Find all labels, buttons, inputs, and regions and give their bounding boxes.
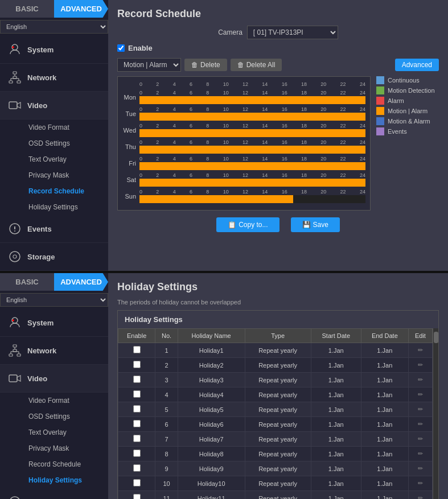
holiday-table: Enable No. Holiday Name Type Start Date … bbox=[118, 328, 433, 499]
holiday-enable-cell bbox=[118, 343, 155, 358]
sidebar-item-video-2[interactable]: Video bbox=[0, 365, 108, 393]
sidebar-sub-privacy-1[interactable]: Privacy Mask bbox=[0, 167, 108, 183]
holiday-name: Holiday6 bbox=[178, 417, 245, 432]
sidebar-item-storage-1[interactable]: Storage bbox=[0, 243, 108, 271]
schedule-row-wed: Wed 024681012141618202224 bbox=[122, 123, 365, 137]
save-button-1[interactable]: 💾 Save bbox=[291, 217, 340, 232]
holiday-enable-checkbox[interactable] bbox=[133, 390, 141, 398]
holiday-enable-checkbox[interactable] bbox=[133, 479, 141, 486]
svg-point-16 bbox=[10, 251, 20, 262]
holiday-end: 1.Jan bbox=[361, 387, 408, 402]
sidebar-sub-text-overlay-2[interactable]: Text Overlay bbox=[0, 424, 108, 440]
holiday-start: 1.Jan bbox=[311, 447, 361, 461]
holiday-edit-cell[interactable]: ✏ bbox=[408, 491, 432, 500]
advanced-button[interactable]: Advanced bbox=[395, 59, 439, 71]
time-bar-fri[interactable] bbox=[139, 162, 365, 170]
main-content-2: Holiday Settings The periods of holiday … bbox=[108, 273, 448, 499]
sidebar-item-system-1[interactable]: System bbox=[0, 36, 108, 64]
events-icon-2 bbox=[7, 494, 23, 499]
tab-basic-1[interactable]: BASIC bbox=[0, 0, 54, 18]
holiday-end: 1.Jan bbox=[361, 402, 408, 417]
sidebar-sub-osd-1[interactable]: OSD Settings bbox=[0, 135, 108, 151]
holiday-name: Holiday2 bbox=[178, 358, 245, 373]
sidebar-sub-video-format-2[interactable]: Video Format bbox=[0, 393, 108, 409]
holiday-enable-checkbox[interactable] bbox=[133, 376, 141, 383]
holiday-end: 1.Jan bbox=[361, 461, 408, 476]
holiday-edit-cell[interactable]: ✏ bbox=[408, 432, 432, 447]
sidebar-sub-video-format-1[interactable]: Video Format bbox=[0, 119, 108, 135]
holiday-edit-cell[interactable]: ✏ bbox=[408, 447, 432, 461]
language-select-1[interactable]: English bbox=[0, 20, 108, 34]
holiday-enable-checkbox[interactable] bbox=[133, 346, 141, 353]
holiday-edit-cell[interactable]: ✏ bbox=[408, 461, 432, 476]
holiday-name: Holiday10 bbox=[178, 476, 245, 491]
holiday-end: 1.Jan bbox=[361, 491, 408, 500]
holiday-edit-cell[interactable]: ✏ bbox=[408, 387, 432, 402]
schedule-row-mon: Mon 024681012141618202224 bbox=[122, 90, 365, 104]
sidebar-1: BASIC ADVANCED English System bbox=[0, 0, 108, 271]
schedule-row-fri: Fri 024681012141618202224 bbox=[122, 156, 365, 170]
holiday-edit-cell[interactable]: ✏ bbox=[408, 373, 432, 387]
delete-all-icon: 🗑 bbox=[237, 61, 244, 69]
holiday-no: 8 bbox=[155, 447, 178, 461]
tab-advanced-2[interactable]: ADVANCED bbox=[54, 273, 108, 291]
sidebar-sub-osd-2[interactable]: OSD Settings bbox=[0, 409, 108, 424]
time-bar-tue[interactable] bbox=[139, 113, 365, 121]
storage-icon-1 bbox=[7, 249, 23, 265]
holiday-enable-checkbox[interactable] bbox=[133, 435, 141, 442]
enable-checkbox[interactable] bbox=[117, 44, 125, 52]
holiday-edit-cell[interactable]: ✏ bbox=[408, 476, 432, 491]
sidebar-item-network-1[interactable]: Network bbox=[0, 64, 108, 92]
delete-all-button[interactable]: 🗑 Delete All bbox=[231, 59, 282, 71]
holiday-enable-checkbox[interactable] bbox=[133, 420, 141, 427]
language-select-2[interactable]: English bbox=[0, 293, 108, 307]
sidebar-item-network-2[interactable]: Network bbox=[0, 337, 108, 365]
holiday-enable-checkbox[interactable] bbox=[133, 494, 141, 499]
sidebar-sub-holiday-1[interactable]: Holiday Settings bbox=[0, 199, 108, 215]
delete-button[interactable]: 🗑 Delete bbox=[184, 59, 227, 71]
holiday-enable-checkbox[interactable] bbox=[133, 449, 141, 457]
holiday-enable-checkbox[interactable] bbox=[133, 405, 141, 413]
time-bar-thu[interactable] bbox=[139, 146, 365, 154]
sidebar-sub-record-schedule-1[interactable]: Record Schedule bbox=[0, 183, 108, 199]
holiday-table-scroll[interactable]: Enable No. Holiday Name Type Start Date … bbox=[118, 328, 433, 499]
tab-advanced-1[interactable]: ADVANCED bbox=[54, 0, 108, 18]
holiday-enable-checkbox[interactable] bbox=[133, 361, 141, 368]
sidebar-item-system-2[interactable]: System bbox=[0, 309, 108, 337]
holiday-edit-cell[interactable]: ✏ bbox=[408, 343, 432, 358]
sidebar-sub-privacy-2[interactable]: Privacy Mask bbox=[0, 440, 108, 456]
time-bar-wed[interactable] bbox=[139, 129, 365, 137]
sidebar-sub-text-overlay-1[interactable]: Text Overlay bbox=[0, 151, 108, 167]
table-row: 11 Holiday11 Repeat yearly 1.Jan 1.Jan ✏ bbox=[118, 491, 433, 500]
sidebar-sub-record-schedule-2[interactable]: Record Schedule bbox=[0, 456, 108, 472]
holiday-type: Repeat yearly bbox=[245, 417, 311, 432]
sidebar-item-events-1[interactable]: Events bbox=[0, 215, 108, 243]
holiday-edit-cell[interactable]: ✏ bbox=[408, 358, 432, 373]
mode-select[interactable]: Motion | Alarm bbox=[117, 58, 181, 72]
copy-to-button[interactable]: 📋 Copy to... bbox=[216, 217, 279, 232]
holiday-edit-cell[interactable]: ✏ bbox=[408, 417, 432, 432]
time-bar-sat[interactable] bbox=[139, 179, 365, 187]
time-bar-mon[interactable] bbox=[139, 96, 365, 104]
sidebar-item-video-1[interactable]: Video bbox=[0, 92, 108, 119]
camera-select[interactable]: [ 01] TV-IP313PI bbox=[247, 26, 338, 39]
copy-icon: 📋 bbox=[228, 221, 236, 229]
holiday-type: Repeat yearly bbox=[245, 358, 311, 373]
sidebar-item-events-2[interactable]: Events bbox=[0, 488, 108, 499]
holiday-edit-cell[interactable]: ✏ bbox=[408, 402, 432, 417]
time-bar-sun[interactable] bbox=[139, 195, 365, 203]
svg-point-17 bbox=[13, 255, 17, 258]
tab-basic-2[interactable]: BASIC bbox=[0, 273, 54, 291]
holiday-type: Repeat yearly bbox=[245, 461, 311, 476]
holiday-no: 1 bbox=[155, 343, 178, 358]
events-icon-1 bbox=[7, 221, 23, 237]
holiday-start: 1.Jan bbox=[311, 461, 361, 476]
holiday-name: Holiday7 bbox=[178, 432, 245, 447]
holiday-name: Holiday1 bbox=[178, 343, 245, 358]
holiday-enable-cell bbox=[118, 358, 155, 373]
holiday-end: 1.Jan bbox=[361, 417, 408, 432]
holiday-enable-checkbox[interactable] bbox=[133, 464, 141, 472]
sidebar-sub-holiday-2[interactable]: Holiday Settings bbox=[0, 472, 108, 488]
holiday-start: 1.Jan bbox=[311, 432, 361, 447]
holiday-table-title: Holiday Settings bbox=[118, 311, 438, 328]
